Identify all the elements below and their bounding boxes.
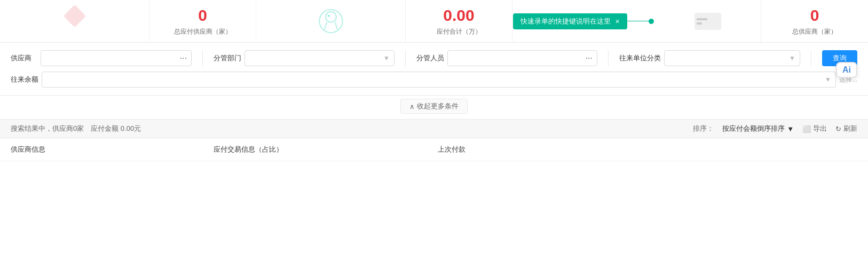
- department-chevron-icon: ▼: [383, 54, 390, 62]
- results-info: 搜索结果中，供应商0家 应付金额 0.00元: [11, 124, 141, 133]
- stat-value-suppliers: 0: [810, 6, 819, 25]
- department-select[interactable]: [249, 54, 383, 62]
- card-icon-area: [654, 0, 761, 42]
- stat-label-payable: 总应付供应商（家）: [174, 27, 232, 36]
- department-select-wrapper[interactable]: ▼: [244, 50, 394, 66]
- col-header-supplier: 供应商信息: [11, 145, 214, 154]
- divider-3: [608, 50, 609, 66]
- supplier-dots[interactable]: ···: [180, 53, 187, 63]
- results-actions: 排序： 按应付会额倒序排序 ▼ ⬜ 导出 ↻ 刷新: [693, 124, 857, 133]
- filter-row-1: 供应商 ··· 分管部门 ▼ 分管人员 ···: [11, 50, 857, 66]
- filter-bar: 供应商 ··· 分管部门 ▼ 分管人员 ···: [0, 43, 868, 96]
- tooltip-dot: [649, 19, 654, 24]
- tooltip-text: 快速录单的快捷键说明在这里: [520, 17, 611, 26]
- divider-2: [405, 50, 406, 66]
- sort-select[interactable]: 按应付会额倒序排序 ▼: [722, 124, 794, 133]
- department-label: 分管部门: [214, 53, 241, 63]
- svg-point-6: [328, 15, 330, 17]
- svg-point-3: [326, 12, 336, 22]
- sort-chevron-icon: ▼: [787, 125, 794, 133]
- stat-value-total: 0.00: [443, 6, 474, 25]
- balance-chevron-icon: ▼: [825, 76, 831, 83]
- table-body: [0, 161, 868, 275]
- category-select-wrapper[interactable]: ▼: [664, 50, 800, 66]
- diamond-icon: 供: [59, 5, 91, 37]
- stat-total-payable-suppliers: 0 总应付供应商（家）: [149, 0, 256, 42]
- stat-payable-total: 0.00 应付合计（万）: [406, 0, 512, 42]
- refresh-label: 刷新: [843, 124, 857, 133]
- divider-1: [202, 50, 203, 66]
- person-dots[interactable]: ···: [586, 53, 593, 63]
- export-button[interactable]: ⬜ 导出: [802, 124, 827, 133]
- svg-rect-7: [695, 13, 721, 30]
- refresh-button[interactable]: ↻ 刷新: [835, 124, 857, 133]
- table-header: 供应商信息 应付交易信息（占比） 上次付款: [0, 138, 868, 161]
- category-label: 往来单位分类: [619, 53, 661, 63]
- svg-rect-8: [697, 18, 707, 20]
- sort-value: 按应付会额倒序排序: [722, 124, 785, 133]
- piggy-icon: [315, 5, 347, 37]
- balance-select[interactable]: [46, 76, 825, 84]
- supplier-label: 供应商: [11, 53, 37, 63]
- svg-line-4: [325, 22, 327, 29]
- results-summary: 搜索结果中，供应商0家 应付金额 0.00元: [11, 124, 141, 133]
- tooltip-close-btn[interactable]: ×: [615, 18, 619, 25]
- chevron-up-icon: ∧: [409, 103, 415, 111]
- category-chevron-icon: ▼: [789, 54, 795, 62]
- balance-label: 往来余额: [11, 75, 38, 84]
- collapse-button[interactable]: ∧ 收起更多条件: [400, 99, 468, 114]
- svg-text:供: 供: [70, 12, 78, 21]
- col-header-transaction: 应付交易信息（占比）: [214, 145, 438, 154]
- supplier-input-wrapper[interactable]: ···: [41, 50, 192, 66]
- supplier-filter: 供应商 ···: [11, 50, 192, 66]
- filter-row-2: 往来余额 ▼ 选择...: [11, 72, 857, 88]
- stat-label-suppliers: 总供应商（家）: [792, 27, 837, 36]
- svg-rect-9: [697, 22, 702, 25]
- sort-label: 排序：: [693, 124, 714, 133]
- col-header-last-payment: 上次付款: [438, 145, 857, 154]
- stat-value-payable: 0: [198, 6, 207, 25]
- ai-button[interactable]: Ai: [836, 62, 857, 78]
- stat-total-suppliers: 0 总供应商（家）: [761, 0, 868, 42]
- middle-icon-area: [256, 0, 406, 42]
- card-icon: [695, 13, 721, 30]
- refresh-icon: ↻: [835, 125, 841, 133]
- collapse-bar: ∧ 收起更多条件: [0, 96, 868, 120]
- balance-select-wrapper[interactable]: ▼: [42, 72, 836, 88]
- category-filter: 往来单位分类 ▼: [619, 50, 800, 66]
- person-label: 分管人员: [416, 53, 444, 63]
- brand-icon-area: 供: [0, 0, 149, 42]
- export-label: 导出: [813, 124, 827, 133]
- department-filter: 分管部门 ▼: [214, 50, 394, 66]
- stat-label-total: 应付合计（万）: [437, 27, 482, 36]
- person-input-wrapper[interactable]: ···: [447, 50, 597, 66]
- results-bar: 搜索结果中，供应商0家 应付金额 0.00元 排序： 按应付会额倒序排序 ▼ ⬜…: [0, 120, 868, 138]
- collapse-label: 收起更多条件: [417, 101, 459, 111]
- supplier-input[interactable]: [45, 54, 180, 62]
- divider-4: [811, 50, 811, 66]
- person-filter: 分管人员 ···: [416, 50, 597, 66]
- person-input[interactable]: [452, 54, 586, 62]
- stats-bar: 供 0 总应付供应商（家） 0.00 应付合计（万） 快速录单的快捷键说明在这里…: [0, 0, 868, 43]
- tooltip-line: [627, 21, 649, 21]
- tooltip-bubble: 快速录单的快捷键说明在这里 ×: [513, 13, 627, 29]
- category-select[interactable]: [669, 54, 789, 62]
- svg-line-5: [335, 22, 337, 29]
- tooltip-area: 快速录单的快捷键说明在这里 ×: [512, 0, 654, 42]
- export-icon: ⬜: [802, 125, 811, 133]
- svg-point-2: [319, 10, 342, 33]
